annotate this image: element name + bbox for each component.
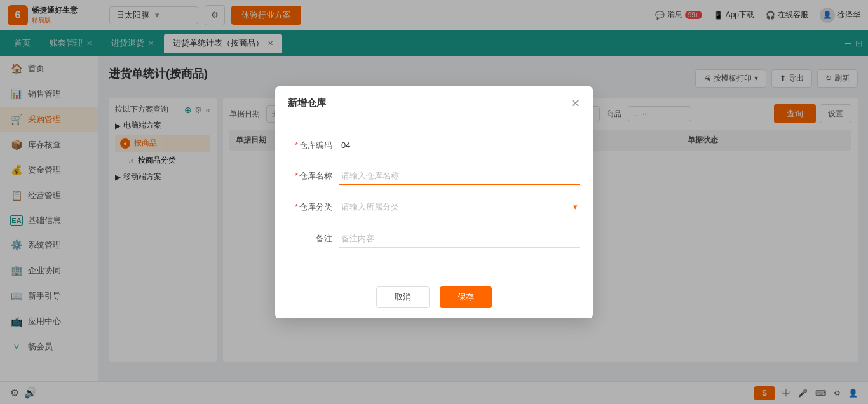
form-row-category: *仓库分类 请输入所属分类 ▾ bbox=[288, 198, 580, 217]
modal-body: *仓库编码 *仓库名称 *仓库分类 请输入所属分类 ▾ bbox=[275, 121, 593, 276]
modal-title: 新增仓库 bbox=[288, 97, 326, 109]
new-warehouse-modal: 新增仓库 ✕ *仓库编码 *仓库名称 *仓库分类 bbox=[275, 86, 593, 318]
warehouse-code-input[interactable] bbox=[339, 137, 580, 154]
code-label: *仓库编码 bbox=[288, 140, 339, 151]
note-label: 备注 bbox=[288, 233, 339, 245]
modal-close-button[interactable]: ✕ bbox=[571, 97, 580, 111]
modal-overlay: 新增仓库 ✕ *仓库编码 *仓库名称 *仓库分类 bbox=[0, 0, 868, 404]
modal-header: 新增仓库 ✕ bbox=[275, 86, 593, 121]
name-label: *仓库名称 bbox=[288, 170, 339, 182]
cancel-button[interactable]: 取消 bbox=[376, 286, 430, 308]
form-row-note: 备注 bbox=[288, 230, 580, 248]
form-row-code: *仓库编码 bbox=[288, 137, 580, 154]
form-row-name: *仓库名称 bbox=[288, 167, 580, 185]
warehouse-name-input[interactable] bbox=[339, 167, 580, 185]
save-button[interactable]: 保存 bbox=[440, 286, 492, 308]
modal-footer: 取消 保存 bbox=[275, 276, 593, 318]
category-chevron-icon: ▾ bbox=[573, 202, 578, 212]
warehouse-note-input[interactable] bbox=[339, 230, 580, 248]
category-placeholder: 请输入所属分类 bbox=[341, 201, 399, 213]
warehouse-category-select[interactable]: 请输入所属分类 ▾ bbox=[339, 198, 580, 217]
category-label: *仓库分类 bbox=[288, 201, 339, 213]
